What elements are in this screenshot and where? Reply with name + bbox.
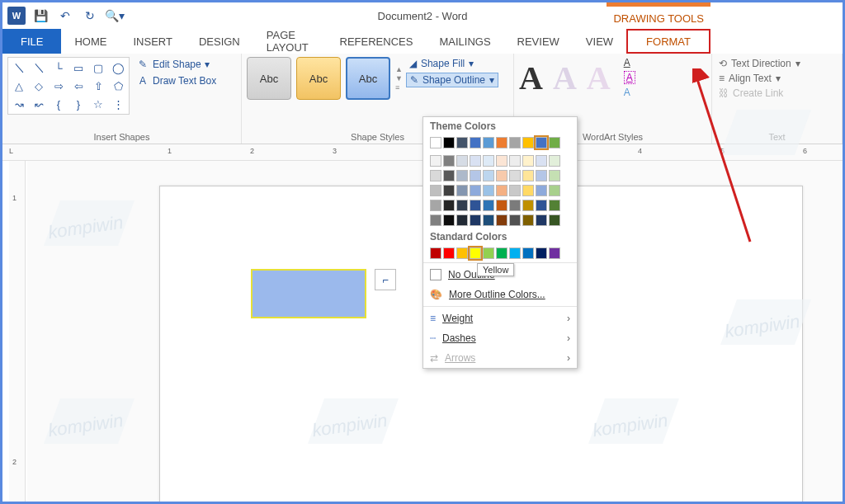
color-swatch[interactable] [443, 185, 455, 196]
shape-connector-icon[interactable]: └ [50, 59, 68, 76]
text-fill-icon[interactable]: A [624, 57, 635, 68]
shape-fill-button[interactable]: ◢Shape Fill ▾ [406, 57, 498, 70]
shape-diamond-icon[interactable]: ◇ [30, 78, 48, 94]
touch-mode-button[interactable]: 🔍▾ [105, 6, 125, 26]
color-swatch[interactable] [470, 170, 481, 181]
color-swatch[interactable] [496, 214, 507, 226]
shape-brace-l-icon[interactable]: { [50, 96, 68, 112]
color-swatch[interactable] [443, 200, 455, 211]
style-preview-3[interactable]: Abc [346, 57, 390, 100]
color-swatch[interactable] [443, 170, 455, 181]
color-swatch[interactable] [496, 170, 507, 181]
color-swatch[interactable] [430, 170, 441, 181]
shape-star-icon[interactable]: ☆ [89, 96, 107, 112]
color-swatch[interactable] [483, 185, 494, 196]
color-swatch[interactable] [536, 155, 547, 167]
create-link-button[interactable]: ⛓Create Link [717, 87, 837, 100]
shape-curve-icon[interactable]: ↝ [10, 96, 28, 112]
color-swatch[interactable] [522, 185, 534, 196]
color-swatch[interactable] [430, 247, 441, 259]
shape-outline-button[interactable]: ✎Shape Outline ▾ [406, 73, 498, 87]
color-swatch[interactable] [509, 170, 521, 181]
color-swatch[interactable] [536, 170, 547, 181]
color-swatch[interactable] [509, 155, 521, 167]
gallery-more-icon[interactable]: ≡ [395, 83, 403, 92]
color-swatch[interactable] [522, 155, 534, 167]
color-swatch[interactable] [456, 170, 468, 181]
text-outline-icon[interactable]: A [624, 71, 635, 84]
style-preview-2[interactable]: Abc [296, 57, 341, 100]
color-swatch[interactable] [522, 170, 534, 181]
shape-arrow-r-icon[interactable]: ⇨ [50, 78, 68, 94]
color-swatch[interactable] [549, 247, 560, 259]
color-swatch[interactable] [470, 214, 481, 226]
color-swatch[interactable] [549, 185, 560, 196]
color-swatch[interactable] [536, 185, 547, 196]
tab-references[interactable]: REFERENCES [327, 29, 427, 54]
color-swatch[interactable] [430, 185, 441, 196]
color-swatch[interactable] [443, 155, 455, 167]
shapes-gallery[interactable]: ＼ ＼ └ ▭ ▢ ◯ △ ◇ ⇨ ⇦ ⇧ ⬠ ↝ ↜ { } ☆ ⋮ [7, 57, 130, 115]
color-swatch[interactable] [443, 214, 455, 226]
color-swatch[interactable] [430, 200, 441, 211]
color-swatch[interactable] [496, 185, 507, 196]
color-swatch[interactable] [483, 214, 494, 226]
color-swatch[interactable] [456, 155, 468, 167]
color-swatch[interactable] [522, 247, 534, 259]
shape-brace-r-icon[interactable]: } [69, 96, 87, 112]
color-swatch[interactable] [509, 200, 521, 211]
wordart-gallery[interactable]: A A A A A A [519, 57, 706, 98]
shape-curve2-icon[interactable]: ↜ [30, 96, 48, 112]
tab-review[interactable]: REVIEW [504, 29, 573, 54]
color-swatch[interactable] [456, 185, 468, 196]
color-swatch[interactable] [483, 200, 494, 211]
wordart-preview-1[interactable]: A [519, 59, 543, 97]
tab-view[interactable]: VIEW [573, 29, 626, 54]
color-swatch[interactable] [509, 137, 521, 148]
weight-item[interactable]: ≡Weight [423, 309, 577, 328]
color-swatch[interactable] [443, 137, 455, 148]
vertical-ruler[interactable]: 1 2 [9, 161, 26, 502]
color-swatch[interactable] [496, 137, 507, 148]
color-swatch[interactable] [509, 247, 521, 259]
shape-style-gallery[interactable]: Abc Abc Abc ▲ ▼ ≡ [247, 57, 403, 100]
color-swatch[interactable] [456, 214, 468, 226]
color-swatch[interactable] [483, 170, 494, 181]
shapes-more-icon[interactable]: ⋮ [109, 96, 127, 112]
color-swatch[interactable] [483, 137, 494, 148]
wordart-preview-2[interactable]: A [553, 59, 577, 97]
more-colors-item[interactable]: 🎨More Outline Colors... [423, 285, 577, 304]
edit-shape-button[interactable]: ✎Edit Shape ▾ [133, 57, 220, 72]
tab-format[interactable]: FORMAT [626, 29, 710, 54]
color-swatch[interactable] [456, 200, 468, 211]
color-swatch[interactable] [549, 200, 560, 211]
style-preview-1[interactable]: Abc [247, 57, 291, 100]
color-swatch[interactable] [536, 214, 547, 226]
tab-home[interactable]: HOME [61, 29, 120, 54]
color-swatch[interactable] [496, 155, 507, 167]
shape-triangle-icon[interactable]: △ [10, 78, 28, 94]
redo-button[interactable]: ↻ [80, 6, 100, 26]
shape-arrow-l-icon[interactable]: ⇦ [69, 78, 87, 94]
color-swatch[interactable] [470, 185, 481, 196]
tab-page-layout[interactable]: PAGE LAYOUT [253, 29, 327, 54]
color-swatch[interactable] [522, 200, 534, 211]
color-swatch[interactable] [522, 214, 534, 226]
color-swatch[interactable] [509, 214, 521, 226]
tab-insert[interactable]: INSERT [120, 29, 185, 54]
color-swatch[interactable] [536, 247, 547, 259]
color-swatch[interactable] [470, 137, 481, 148]
selected-rectangle-shape[interactable] [251, 269, 366, 318]
color-swatch[interactable] [443, 247, 455, 259]
tab-file[interactable]: FILE [2, 29, 61, 54]
tab-mailings[interactable]: MAILINGS [426, 29, 503, 54]
color-swatch[interactable] [536, 137, 547, 148]
color-swatch[interactable] [456, 137, 468, 148]
color-swatch[interactable] [430, 155, 441, 167]
shape-line-icon[interactable]: ＼ [10, 59, 28, 76]
shape-arrow-u-icon[interactable]: ⇧ [89, 78, 107, 94]
shape-rect-icon[interactable]: ▭ [69, 59, 87, 76]
color-swatch[interactable] [430, 214, 441, 226]
shape-pentagon-icon[interactable]: ⬠ [109, 78, 127, 94]
shape-line2-icon[interactable]: ＼ [30, 59, 48, 76]
